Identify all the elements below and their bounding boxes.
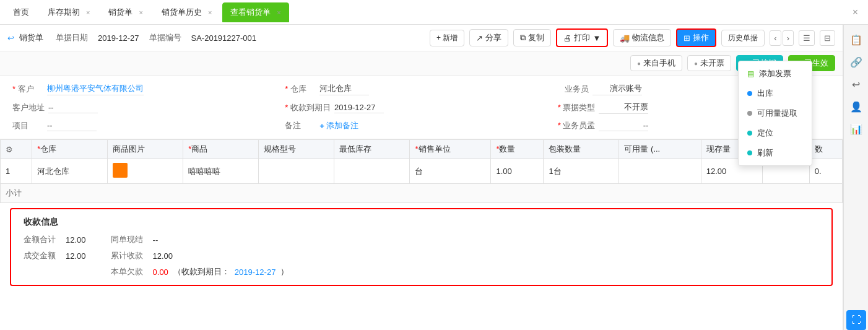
customer-value[interactable]: 柳州粤港平安气体有限公司 — [47, 83, 144, 95]
payment-title: 收款信息 — [24, 217, 819, 228]
dropdown-locate[interactable]: 定位 — [739, 123, 812, 143]
not-opened-label: 未开票 — [700, 58, 724, 69]
payment-col-right: 同单现结 -- 累计收款 12.00 本单欠款 0.00 （收款到期日： 201… — [111, 234, 289, 277]
history-button[interactable]: 历史单据 — [721, 30, 765, 46]
list-view-btn[interactable]: ⊟ — [820, 30, 835, 46]
sales-label: 业务员孟 — [558, 120, 596, 131]
doc-toolbar2: 来自手机 未开票 ✓ 已核销 ✓ 已生效 — [0, 51, 843, 76]
copy-icon: ⧉ — [520, 33, 526, 43]
sales-value: -- — [599, 121, 648, 131]
window-close-button[interactable]: × — [848, 7, 863, 18]
sidebar-user-icon[interactable]: 👤 — [846, 97, 866, 116]
sidebar-doc-icon[interactable]: 📋 — [846, 30, 866, 50]
tab-home-label: 首页 — [13, 7, 29, 18]
note-label: 备注 — [285, 120, 316, 131]
print-button[interactable]: 🖨 打印 ▼ — [556, 28, 608, 47]
add-note-button[interactable]: 添加备注 — [319, 120, 358, 131]
tab-sales[interactable]: 销货单 × — [100, 2, 150, 22]
tab-bar: 首页 库存期初 × 销货单 × 销货单历史 × 查看销货单 × × — [0, 0, 868, 25]
subtotal-label: 小计 — [1, 184, 843, 203]
share-button[interactable]: ↗ 分享 — [469, 29, 508, 46]
total-row: 金额合计 12.00 — [24, 234, 86, 245]
logistics-button[interactable]: 🚚 物流信息 — [613, 29, 671, 46]
tab-inventory-close[interactable]: × — [86, 9, 90, 16]
dropdown-add-invoice[interactable]: ▤ 添加发票 — [739, 64, 812, 84]
tab-sales-close[interactable]: × — [139, 9, 142, 16]
logistics-icon: 🚚 — [620, 33, 630, 43]
th-spec: 规格型号 — [259, 140, 334, 159]
due-date-label: 收款到期日 — [285, 102, 331, 113]
th-image: 商品图片 — [108, 140, 183, 159]
tab-home[interactable]: 首页 — [5, 2, 37, 22]
copy-button[interactable]: ⧉ 复制 — [513, 29, 551, 46]
dropdown-refresh[interactable]: 刷新 — [739, 143, 812, 163]
transaction-value: 12.00 — [66, 251, 86, 261]
total-label: 金额合计 — [24, 234, 61, 245]
tab-sales-history-label: 销货单历史 — [162, 7, 202, 18]
from-phone-button[interactable]: 来自手机 — [630, 55, 682, 71]
th-qty: *数量 — [491, 140, 544, 159]
no-label: 单据编号 — [149, 32, 181, 43]
transaction-row: 成交金额 12.00 — [24, 250, 86, 261]
owed-note: （收款到期日： — [173, 266, 230, 277]
grid-view-btn[interactable]: ☰ — [799, 30, 815, 46]
product-thumbnail — [113, 163, 128, 178]
form-row-1: 客户 柳州粤港平安气体有限公司 仓库 河北仓库 业务员 演示账号 — [12, 83, 830, 95]
th-pack-qty: 包装数量 — [544, 140, 619, 159]
row-product: 嘻嘻嘻嘻 — [183, 159, 259, 184]
tab-inventory-label: 库存期初 — [48, 7, 80, 18]
settings-icon[interactable]: ⚙ — [6, 145, 13, 154]
th-settings[interactable]: ⚙ — [1, 140, 32, 159]
not-opened-button[interactable]: 未开票 — [687, 55, 731, 71]
avail-qty-label: 可用量提取 — [757, 108, 797, 119]
customer-field: 客户 柳州粤港平安气体有限公司 — [12, 83, 285, 95]
nav-arrows: ‹ › — [770, 30, 794, 46]
th-warehouse: *仓库 — [32, 140, 108, 159]
form-row-2: 客户地址 -- 收款到期日 2019-12-27 票据类型 不开票 — [12, 102, 830, 114]
form-row-3: 项目 -- 备注 添加备注 业务员孟 -- — [12, 120, 830, 131]
outstock-dot — [747, 91, 752, 96]
row-unit: 台 — [410, 159, 491, 184]
row-min-stock — [334, 159, 410, 184]
tab-view-sales[interactable]: 查看销货单 × — [222, 2, 289, 22]
dropdown-outstock[interactable]: 出库 — [739, 84, 812, 103]
tab-sales-history-close[interactable]: × — [208, 9, 212, 16]
project-field: 项目 -- — [12, 120, 285, 131]
doc-toolbar: ↩ 销货单 单据日期 2019-12-27 单据编号 SA-20191227-0… — [0, 25, 843, 51]
owed-date: 2019-12-27 — [235, 267, 276, 277]
address-value: -- — [48, 103, 98, 113]
owed-row: 本单欠款 0.00 （收款到期日： 2019-12-27 ） — [111, 266, 289, 277]
share-label: 分享 — [485, 32, 501, 43]
sidebar-link-icon[interactable]: 🔗 — [846, 52, 866, 72]
th-min-stock: 最低库存 — [334, 140, 410, 159]
dropdown-avail-qty[interactable]: 可用量提取 — [739, 103, 812, 123]
sidebar-expand-icon[interactable]: ⛶ — [846, 310, 866, 330]
customer-label: 客户 — [12, 84, 43, 95]
project-label: 项目 — [12, 120, 43, 131]
tab-inventory[interactable]: 库存期初 × — [40, 2, 98, 22]
warehouse-value: 河北仓库 — [319, 83, 369, 95]
tab-view-sales-close[interactable]: × — [277, 9, 280, 16]
row-warehouse: 河北仓库 — [32, 159, 108, 184]
next-arrow[interactable]: › — [783, 30, 794, 46]
add-button[interactable]: + 新增 — [430, 30, 464, 46]
refresh-label: 刷新 — [757, 147, 773, 158]
subtotal-row: 小计 — [1, 184, 843, 203]
due-date-field: 收款到期日 2019-12-27 — [285, 102, 557, 113]
sidebar-refresh-icon[interactable]: ↩ — [846, 74, 866, 94]
avail-qty-dot — [747, 111, 752, 116]
due-date-value: 2019-12-27 — [334, 103, 384, 113]
ticket-label: 票据类型 — [558, 102, 596, 113]
operation-button[interactable]: ⊞ 操作 — [676, 28, 716, 47]
same-order-label: 同单现结 — [111, 234, 148, 245]
sidebar-chart-icon[interactable]: 📊 — [846, 119, 866, 139]
same-order-row: 同单现结 -- — [111, 234, 289, 245]
from-phone-label: 来自手机 — [643, 58, 675, 69]
staff-label: 业务员 — [558, 84, 589, 95]
print-icon: 🖨 — [563, 33, 571, 43]
doc-meta: 单据日期 2019-12-27 单据编号 SA-20191227-001 — [56, 32, 256, 43]
invoice-icon: ▤ — [747, 69, 754, 78]
th-other: 数 — [809, 140, 842, 159]
prev-arrow[interactable]: ‹ — [770, 30, 781, 46]
tab-sales-history[interactable]: 销货单历史 × — [154, 2, 220, 22]
